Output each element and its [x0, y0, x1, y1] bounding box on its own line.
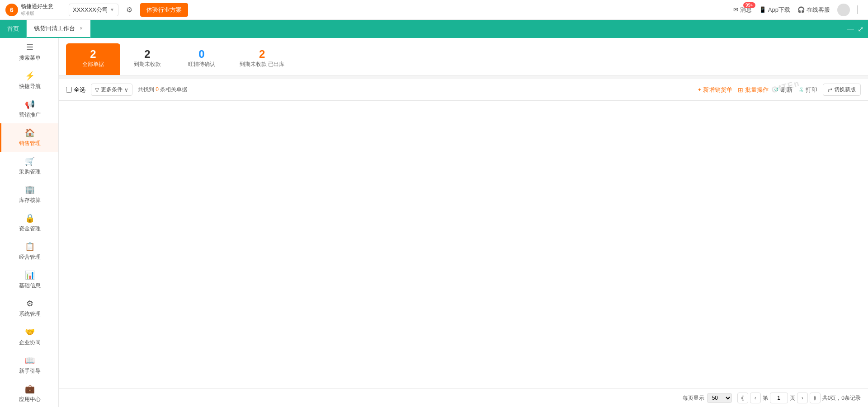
sidebar-item-guide[interactable]: 📖 新手引导 [0, 351, 58, 379]
sidebar-item-app-center[interactable]: 💼 应用中心 [0, 379, 58, 407]
qhrc-tab-label: 钱货日清工作台 [34, 24, 75, 33]
cooperation-icon: 🤝 [25, 327, 35, 337]
operations-icon: 📋 [25, 242, 35, 252]
basic-info-icon: 📊 [25, 270, 35, 280]
toolbar: 全选 ▽ 更多条件 ∨ 共找到 0 条相关单据 + 新增销货单 ⊞ [59, 79, 868, 101]
stat-label-overdue: 到期未收款 [134, 61, 161, 68]
print-button[interactable]: 🖨 打印 [798, 86, 817, 94]
header-left: 6 畅捷通好生意 标准版 XXXXXX公司 ▼ ⚙ 体验行业方案 [5, 3, 188, 17]
sidebar-item-quick-nav[interactable]: ⚡ 快捷导航 [0, 66, 58, 95]
trial-button[interactable]: 体验行业方案 [140, 3, 188, 17]
quick-nav-icon: ⚡ [25, 71, 35, 81]
user-name[interactable]: ▏ [857, 5, 863, 14]
stat-count-overdue: 2 [144, 48, 150, 61]
finance-icon: 🔒 [25, 213, 35, 223]
print-icon: 🖨 [798, 86, 804, 93]
system-icon: ⚙ [26, 299, 33, 309]
sidebar: ☰ 搜索菜单 ⚡ 快捷导航 📢 营销推广 🏠 销售管理 🛒 采购管理 🏢 库存核… [0, 38, 59, 407]
logo-text: 畅捷通好生意 标准版 [21, 3, 53, 16]
message-button[interactable]: ✉ 消息 99 [733, 6, 752, 14]
sidebar-item-marketing[interactable]: 📢 营销推广 [0, 95, 58, 123]
select-all-checkbox[interactable]: 全选 [66, 86, 85, 94]
sidebar-item-cooperation[interactable]: 🤝 企业协同 [0, 323, 58, 351]
prev-page-button[interactable]: ‹ [750, 393, 761, 403]
switch-version-button[interactable]: ⇄ 切换新版 [823, 84, 861, 96]
pagination: ⟪ ‹ 第 页 › ⟫ 共0页，0条记录 [737, 393, 861, 403]
stat-tab-overdue[interactable]: 2 到期未收款 [120, 43, 175, 75]
sidebar-item-system[interactable]: ⚙ 系统管理 [0, 294, 58, 323]
sidebar-item-label: 系统管理 [19, 310, 41, 318]
stat-count-all: 2 [90, 48, 96, 61]
download-icon: 📱 [759, 6, 766, 13]
stat-tab-pending[interactable]: 0 旺辅待确认 [175, 43, 229, 75]
batch-icon: ⊞ [738, 86, 743, 94]
data-area [59, 101, 868, 388]
stat-tab-all[interactable]: 2 全部单据 [66, 43, 120, 75]
message-badge: 99 [743, 2, 755, 8]
logo-area: 6 畅捷通好生意 标准版 [5, 3, 64, 16]
sidebar-item-label: 资金管理 [19, 225, 41, 233]
page-size-control: 每页显示 50 100 200 [683, 393, 732, 403]
stat-tab-shipped[interactable]: 2 到期未收款 已出库 [229, 43, 295, 75]
inventory-icon: 🏢 [25, 185, 35, 195]
tab-qhrc[interactable]: 钱货日清工作台 × [27, 20, 90, 38]
purchase-icon: 🛒 [25, 156, 35, 166]
sidebar-item-finance[interactable]: 🔒 资金管理 [0, 209, 58, 237]
sidebar-item-sales[interactable]: 🏠 销售管理 [0, 123, 58, 152]
last-page-button[interactable]: ⟫ [810, 393, 821, 403]
page-input[interactable] [770, 393, 788, 403]
found-text: 共找到 0 条相关单据 [138, 86, 187, 94]
stat-count-shipped: 2 [259, 48, 265, 61]
sidebar-item-label: 采购管理 [19, 168, 41, 176]
sidebar-item-basic-info[interactable]: 📊 基础信息 [0, 266, 58, 294]
sidebar-item-label: 经营管理 [19, 253, 41, 261]
filter-icon: ▽ [95, 87, 99, 93]
app-download-button[interactable]: 📱 App下载 [759, 6, 790, 14]
marketing-icon: 📢 [25, 99, 35, 109]
header-right: ✉ 消息 99 📱 App下载 🎧 在线客服 ▏ [733, 4, 863, 16]
logo-icon: 6 [5, 4, 18, 16]
sidebar-item-purchase[interactable]: 🛒 采购管理 [0, 152, 58, 180]
chevron-down-icon: ∨ [124, 87, 128, 93]
sidebar-item-label: 新手引导 [19, 367, 41, 375]
sidebar-item-operations[interactable]: 📋 经营管理 [0, 237, 58, 266]
main-layout: ☰ 搜索菜单 ⚡ 快捷导航 📢 营销推广 🏠 销售管理 🛒 采购管理 🏢 库存核… [0, 38, 868, 407]
sidebar-item-label: 应用中心 [19, 396, 41, 403]
close-tab-icon[interactable]: × [80, 25, 83, 32]
batch-operation-button[interactable]: ⊞ 批量操作 [738, 86, 769, 94]
sidebar-item-label: 销售管理 [19, 140, 41, 147]
guide-icon: 📖 [25, 356, 35, 365]
filter-button[interactable]: ▽ 更多条件 ∨ [91, 84, 132, 96]
select-all-input[interactable] [66, 87, 72, 93]
stat-count-pending: 0 [198, 48, 204, 61]
sales-icon: 🏠 [25, 128, 35, 138]
company-selector[interactable]: XXXXXX公司 ▼ [69, 4, 118, 16]
sidebar-item-label: 营销推广 [19, 111, 41, 119]
sidebar-item-inventory[interactable]: 🏢 库存核算 [0, 180, 58, 209]
settings-icon[interactable]: ⚙ [123, 4, 136, 16]
stat-label-all: 全部单据 [82, 61, 104, 68]
first-page-button[interactable]: ⟪ [737, 393, 748, 403]
stat-label-shipped: 到期未收款 已出库 [240, 61, 284, 68]
next-page-button[interactable]: › [797, 393, 808, 403]
refresh-button[interactable]: ↺ 刷新 [774, 86, 793, 94]
tab-home[interactable]: 首页 [0, 20, 27, 38]
online-service-button[interactable]: 🎧 在线客服 [797, 6, 830, 14]
sidebar-item-label: 企业协同 [19, 339, 41, 346]
total-text: 共0页，0条记录 [822, 394, 861, 402]
chevron-down-icon: ▼ [110, 7, 114, 12]
add-sales-order-button[interactable]: + 新增销货单 [698, 86, 732, 94]
sidebar-item-search-menu[interactable]: ☰ 搜索菜单 [0, 38, 58, 66]
toolbar-right: + 新增销货单 ⊞ 批量操作 ↺ 刷新 🖨 打印 ⇄ 切换新版 [698, 84, 861, 96]
home-tab-label: 首页 [7, 25, 19, 33]
top-header: 6 畅捷通好生意 标准版 XXXXXX公司 ▼ ⚙ 体验行业方案 ✉ 消息 99… [0, 0, 868, 20]
app-center-icon: 💼 [25, 384, 35, 394]
maximize-icon[interactable]: ⤢ [858, 25, 863, 33]
switch-icon: ⇄ [828, 87, 832, 93]
message-icon: ✉ [733, 6, 738, 13]
sidebar-item-label: 库存核算 [19, 196, 41, 204]
minimize-icon[interactable]: — [847, 25, 854, 33]
avatar[interactable] [837, 4, 850, 16]
service-icon: 🎧 [797, 6, 805, 13]
page-size-select[interactable]: 50 100 200 [707, 393, 732, 403]
